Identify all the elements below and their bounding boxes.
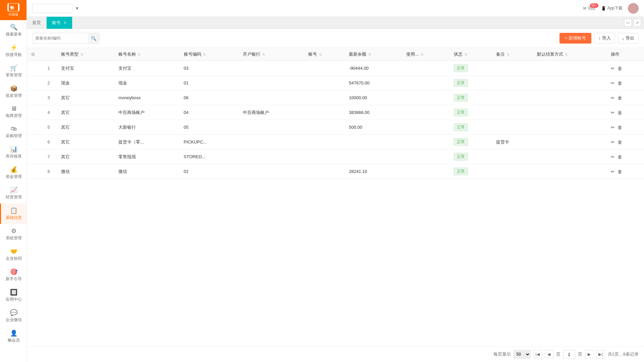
delete-button[interactable]: 🗑 xyxy=(618,80,622,86)
tab-minimize-button[interactable]: — xyxy=(624,19,632,27)
tab-home[interactable]: 首页 xyxy=(27,17,47,29)
delete-button[interactable]: 🗑 xyxy=(618,95,622,101)
add-account-button[interactable]: + 新增账号 xyxy=(559,33,591,44)
sidebar-item-search[interactable]: 🔍 搜索菜单 xyxy=(0,20,26,41)
sidebar-item-guide[interactable]: 🎯 新手引导 xyxy=(0,265,26,285)
sort-icon: ⇅ xyxy=(465,53,467,56)
import-button[interactable]: ↑ 导入 xyxy=(594,33,615,44)
td-settlement xyxy=(533,76,607,90)
delete-button[interactable]: 🗑 xyxy=(618,110,622,115)
th-settlement[interactable]: 默认结算方式 ⇅ xyxy=(533,48,607,61)
sort-icon: ⇅ xyxy=(565,53,568,56)
basic-icon: 📋 xyxy=(10,207,17,214)
td-action: ✏ 🗑 xyxy=(607,135,644,149)
sidebar-item-operations[interactable]: 📈 经营管理 xyxy=(0,183,26,203)
delete-button[interactable]: 🗑 xyxy=(618,66,622,71)
th-code[interactable]: 账号编码 ⇅ xyxy=(180,48,239,61)
th-type-label: 账号类型 xyxy=(61,52,78,57)
header-dropdown[interactable]: ▼ xyxy=(75,6,79,11)
td-settlement xyxy=(533,120,607,135)
sidebar-item-label: 采购管理 xyxy=(6,133,22,139)
sidebar-item-quicknav[interactable]: ⚡ 快捷导航 xyxy=(0,41,26,61)
th-gear[interactable]: ⚙ xyxy=(27,48,40,61)
td-remark xyxy=(492,105,533,120)
td-account xyxy=(304,90,345,105)
edit-button[interactable]: ✏ xyxy=(611,169,615,174)
sort-icon: ⇅ xyxy=(319,53,322,56)
sidebar-item-label: 搜索菜单 xyxy=(6,32,22,37)
inventory-icon: 📊 xyxy=(10,145,17,153)
message-button[interactable]: ✉ 消息 99+ xyxy=(583,5,596,11)
member-icon: 👤 xyxy=(10,329,17,337)
td-balance: 28241.10 xyxy=(345,164,402,179)
th-account[interactable]: 账号 ⇅ xyxy=(304,48,345,61)
th-type[interactable]: 账号类型 ⇅ xyxy=(57,48,114,61)
edit-button[interactable]: ✏ xyxy=(611,154,615,160)
current-page-input[interactable] xyxy=(563,350,575,359)
accounts-table: ⚙ 账号类型 ⇅ 账号名称 ⇅ 账号编码 ⇅ xyxy=(27,48,644,179)
sidebar-item-apps[interactable]: 🔲 应用中心 xyxy=(0,285,26,306)
th-remark[interactable]: 备注 ⇅ xyxy=(492,48,533,61)
sidebar-item-ecommerce[interactable]: 🖥 电商管理 xyxy=(0,102,26,122)
last-page-button[interactable]: ▶| xyxy=(596,350,605,359)
first-page-button[interactable]: |◀ xyxy=(533,350,542,359)
delete-button[interactable]: 🗑 xyxy=(618,169,622,174)
apps-icon: 🔲 xyxy=(10,289,17,296)
edit-button[interactable]: ✏ xyxy=(611,66,615,71)
sidebar-item-system[interactable]: ⚙ 系统管理 xyxy=(0,224,26,244)
th-balance[interactable]: 最新余额 ⇅ xyxy=(345,48,402,61)
gear-icon[interactable]: ⚙ xyxy=(31,52,35,57)
th-action-label: 操作 xyxy=(611,52,620,57)
tab-account[interactable]: 账号 ✕ xyxy=(47,17,72,29)
th-settlement-label: 默认结算方式 xyxy=(537,52,563,57)
search-button[interactable]: 🔍 xyxy=(88,33,99,44)
td-num: 3 xyxy=(40,90,57,105)
tab-maximize-button[interactable]: ⤢ xyxy=(633,19,641,27)
th-usage[interactable]: 使用... ⇅ xyxy=(402,48,450,61)
delete-button[interactable]: 🗑 xyxy=(618,139,622,145)
td-remark xyxy=(492,90,533,105)
quicknav-icon: ⚡ xyxy=(10,44,17,51)
message-icon: ✉ xyxy=(583,6,586,11)
sidebar-item-retail[interactable]: 🛒 零售管理 xyxy=(0,61,26,81)
delete-button[interactable]: 🗑 xyxy=(618,125,622,130)
edit-button[interactable]: ✏ xyxy=(611,110,615,115)
edit-button[interactable]: ✏ xyxy=(611,80,615,86)
search-input[interactable] xyxy=(33,36,88,41)
edit-button[interactable]: ✏ xyxy=(611,139,615,145)
sidebar-item-basic[interactable]: 📋 基础信息 xyxy=(0,203,26,224)
delete-button[interactable]: 🗑 xyxy=(618,154,622,160)
sidebar-item-finance[interactable]: 💰 资金管理 xyxy=(0,163,26,183)
sidebar-item-wechat[interactable]: 💬 企业微信 xyxy=(0,306,26,326)
td-code: 06 xyxy=(180,90,239,105)
th-bank[interactable]: 开户银行 ⇅ xyxy=(239,48,304,61)
user-avatar[interactable] xyxy=(628,3,639,14)
sidebar-item-wholesale[interactable]: 📦 批发管理 xyxy=(0,81,26,102)
td-settlement xyxy=(533,164,607,179)
edit-button[interactable]: ✏ xyxy=(611,95,615,101)
td-action: ✏ 🗑 xyxy=(607,149,644,164)
sidebar-item-purchase[interactable]: 🛍 采购管理 xyxy=(0,122,26,142)
next-page-button[interactable]: ▶ xyxy=(585,350,594,359)
th-status[interactable]: 状态 ⇅ xyxy=(450,48,492,61)
td-remark: 提货卡 xyxy=(492,135,533,149)
search-box: 🔍 xyxy=(32,33,99,44)
sidebar-item-member[interactable]: 👤 畅会员 xyxy=(0,326,26,347)
sidebar-item-inventory[interactable]: 📊 库存核算 xyxy=(0,142,26,163)
td-status: 正常 xyxy=(450,76,492,90)
tab-close-icon[interactable]: ✕ xyxy=(63,20,67,25)
sidebar-item-agreement[interactable]: 🤝 企业协同 xyxy=(0,244,26,265)
app-subtitle: 乐版版 xyxy=(8,12,18,17)
edit-button[interactable]: ✏ xyxy=(611,125,615,130)
prev-page-button[interactable]: ◀ xyxy=(545,350,553,359)
th-balance-label: 最新余额 xyxy=(349,52,366,57)
app-download-button[interactable]: 📱 App下载 xyxy=(601,5,623,11)
table-row: 2 现金 现金 01 547670.00 正常 ✏ 🗑 xyxy=(27,76,644,90)
header-search-input[interactable] xyxy=(32,4,72,13)
export-button[interactable]: ↓ 导出 xyxy=(618,33,639,44)
page-size-select[interactable]: 50 10 20 100 xyxy=(514,350,531,359)
app-download-label: App下载 xyxy=(607,5,623,11)
th-name[interactable]: 账号名称 ⇅ xyxy=(114,48,180,61)
th-account-label: 账号 xyxy=(308,52,317,57)
th-bank-label: 开户银行 xyxy=(243,52,260,57)
